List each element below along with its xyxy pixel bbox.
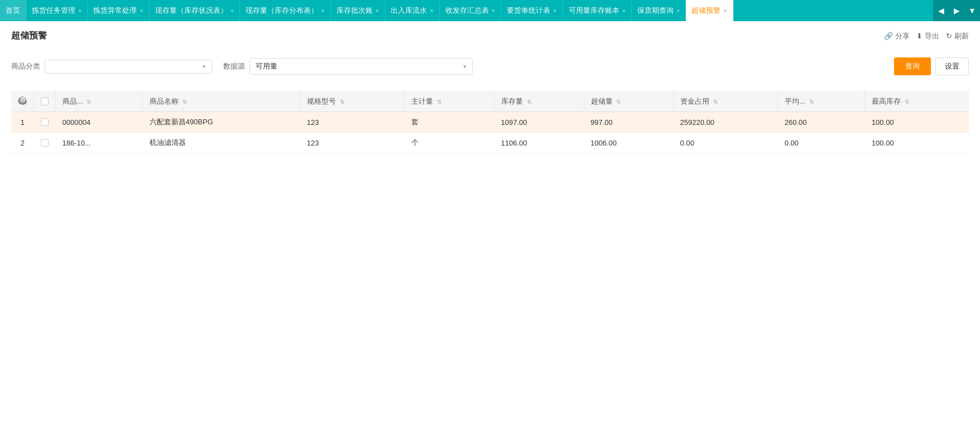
- nav-item-available[interactable]: 可用量库存账本 ×: [563, 0, 632, 21]
- datasource-label: 数据源: [223, 61, 245, 71]
- col-header-max-stock[interactable]: 最高库存 ⇅: [865, 91, 969, 112]
- sort-icon: ⇅: [713, 99, 718, 105]
- cell-stock-1: 1097.00: [494, 112, 584, 133]
- nav-item-pick-exception[interactable]: 拣货异常处理 ×: [88, 0, 149, 21]
- row-num-2: 2: [11, 133, 34, 153]
- nav-arrows: ◀ ▶ ▼: [933, 0, 980, 21]
- nav-item-stock-dist[interactable]: 现存量（库存分布表） ×: [240, 0, 330, 21]
- col-header-avg[interactable]: 平均... ⇅: [778, 91, 865, 112]
- refresh-icon: ↻: [946, 32, 952, 40]
- sort-icon: ⇅: [437, 99, 441, 105]
- close-icon[interactable]: ×: [78, 7, 81, 14]
- nav-prev-button[interactable]: ◀: [933, 0, 949, 21]
- nav-item-home[interactable]: 首页: [0, 0, 26, 21]
- query-button[interactable]: 查询: [894, 57, 931, 75]
- gear-icon: [18, 96, 27, 105]
- commodity-label: 商品分类: [11, 61, 40, 71]
- row-checkbox-2[interactable]: [34, 133, 56, 153]
- cell-unit-2: 个: [405, 133, 494, 153]
- header-actions: 🔗 分享 ⬇ 导出 ↻ 刷新: [884, 31, 969, 41]
- sort-icon: ⇅: [87, 99, 91, 105]
- close-icon[interactable]: ×: [430, 7, 433, 14]
- filter-commodity: 商品分类 ▾: [11, 60, 212, 74]
- sort-icon: ⇅: [905, 99, 909, 105]
- cell-code-2: 186-10...: [56, 133, 143, 153]
- col-header-unit[interactable]: 主计量 ⇅: [405, 91, 494, 112]
- cell-avg-1: 260.00: [778, 112, 865, 133]
- commodity-select[interactable]: ▾: [45, 60, 212, 74]
- share-button[interactable]: 🔗 分享: [884, 31, 910, 41]
- settings-button[interactable]: 设置: [935, 57, 969, 75]
- close-icon[interactable]: ×: [676, 7, 680, 14]
- datasource-select-value: 可用量: [256, 61, 277, 71]
- page-title: 超储预警: [11, 30, 47, 42]
- refresh-button[interactable]: ↻ 刷新: [946, 31, 969, 41]
- nav-item-batch[interactable]: 库存批次账 ×: [331, 0, 385, 21]
- row-select-checkbox[interactable]: [41, 118, 49, 126]
- row-num-1: 1: [11, 112, 34, 133]
- export-icon: ⬇: [916, 32, 923, 40]
- page-header: 超储预警 🔗 分享 ⬇ 导出 ↻ 刷新: [11, 30, 969, 42]
- nav-item-order-stat[interactable]: 要货单统计表 ×: [501, 0, 563, 21]
- cell-capital-1: 259220.00: [674, 112, 778, 133]
- nav-item-stock-status[interactable]: 现存量（库存状况表） ×: [150, 0, 240, 21]
- col-header-stock[interactable]: 库存量 ⇅: [494, 91, 584, 112]
- cell-over-1: 997.00: [584, 112, 674, 133]
- close-icon[interactable]: ×: [492, 7, 495, 14]
- filter-buttons: 查询 设置: [894, 57, 969, 75]
- chevron-down-icon: ▾: [463, 63, 467, 70]
- cell-name-1: 六配套新昌490BPG: [143, 112, 300, 133]
- cell-avg-2: 0.00: [778, 133, 865, 153]
- nav-item-pick-task[interactable]: 拣货任务管理 ×: [26, 0, 88, 21]
- nav-item-expiry[interactable]: 保质期查询 ×: [632, 0, 686, 21]
- cell-max-stock-2: 100.00: [865, 133, 969, 153]
- chevron-down-icon: ▾: [203, 63, 206, 70]
- sort-icon: ⇅: [809, 99, 814, 105]
- col-header-code[interactable]: 商品... ⇅: [56, 91, 143, 112]
- cell-stock-2: 1106.00: [494, 133, 584, 153]
- nav-item-overstock[interactable]: 超储预警 ×: [686, 0, 733, 21]
- cell-capital-2: 0.00: [674, 133, 778, 153]
- col-header-gear[interactable]: [11, 91, 34, 112]
- cell-spec-2: 123: [300, 133, 405, 153]
- select-all-checkbox[interactable]: [41, 98, 49, 105]
- filter-bar: 商品分类 ▾ 数据源 可用量 ▾ 查询 设置: [11, 51, 969, 82]
- export-button[interactable]: ⬇ 导出: [916, 31, 939, 41]
- close-icon[interactable]: ×: [230, 7, 234, 14]
- sort-icon: ⇅: [527, 99, 531, 105]
- nav-item-collect[interactable]: 收发存汇总表 ×: [440, 0, 501, 21]
- close-icon[interactable]: ×: [376, 7, 379, 14]
- cell-over-2: 1006.00: [584, 133, 674, 153]
- sort-icon: ⇅: [340, 99, 344, 105]
- cell-max-stock-1: 100.00: [865, 112, 969, 133]
- page-content: 超储预警 🔗 分享 ⬇ 导出 ↻ 刷新 商品分类 ▾ 数据源: [0, 21, 980, 446]
- share-icon: 🔗: [884, 32, 893, 40]
- close-icon[interactable]: ×: [723, 7, 727, 14]
- col-header-capital[interactable]: 资金占用 ⇅: [674, 91, 778, 112]
- cell-code-1: 0000004: [56, 112, 143, 133]
- close-icon[interactable]: ×: [553, 7, 556, 14]
- row-select-checkbox[interactable]: [41, 139, 49, 147]
- nav-next-button[interactable]: ▶: [949, 0, 964, 21]
- close-icon[interactable]: ×: [321, 7, 324, 14]
- nav-item-flow[interactable]: 出入库流水 ×: [385, 0, 439, 21]
- sort-icon: ⇅: [182, 99, 187, 105]
- col-header-spec[interactable]: 规格型号 ⇅: [300, 91, 405, 112]
- cell-name-2: 机油滤清器: [143, 133, 300, 153]
- row-checkbox-1[interactable]: [34, 112, 56, 133]
- data-table: 商品... ⇅ 商品名称 ⇅ 规格型号 ⇅ 主计量 ⇅ 库存量 ⇅: [11, 91, 969, 153]
- close-icon[interactable]: ×: [622, 7, 626, 14]
- cell-unit-1: 套: [405, 112, 494, 133]
- nav-more-button[interactable]: ▼: [964, 0, 980, 21]
- cell-spec-1: 123: [300, 112, 405, 133]
- col-header-over[interactable]: 超储量 ⇅: [584, 91, 674, 112]
- col-header-name[interactable]: 商品名称 ⇅: [143, 91, 300, 112]
- close-icon[interactable]: ×: [140, 7, 143, 14]
- filter-datasource: 数据源 可用量 ▾: [223, 58, 473, 75]
- table-row: 2 186-10... 机油滤清器 123 个 1106.00 1006.00 …: [11, 133, 969, 153]
- top-navigation: 首页 拣货任务管理 × 拣货异常处理 × 现存量（库存状况表） × 现存量（库存…: [0, 0, 980, 21]
- table-header-row: 商品... ⇅ 商品名称 ⇅ 规格型号 ⇅ 主计量 ⇅ 库存量 ⇅: [11, 91, 969, 112]
- datasource-select[interactable]: 可用量 ▾: [249, 58, 473, 75]
- col-header-checkbox[interactable]: [34, 91, 56, 112]
- sort-icon: ⇅: [616, 99, 621, 105]
